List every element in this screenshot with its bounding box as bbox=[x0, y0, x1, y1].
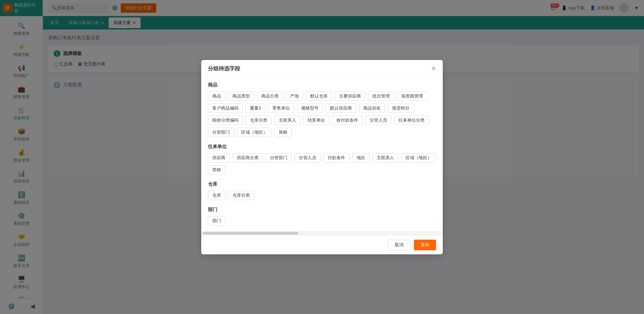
field-tag-0-19[interactable]: 收付款条件 bbox=[332, 116, 363, 125]
field-tag-0-7[interactable]: 保质期管理 bbox=[397, 91, 427, 101]
field-tags-0: 商品商品类型商品分类产地默认仓库主要供应商批次管理保质期管理客户商品编码重量3零… bbox=[208, 91, 436, 137]
field-tag-0-6[interactable]: 批次管理 bbox=[368, 91, 394, 101]
field-tag-2-0[interactable]: 仓库 bbox=[208, 191, 225, 200]
modal: 分组待选字段 ✕ 商品商品商品类型商品分类产地默认仓库主要供应商批次管理保质期管… bbox=[201, 60, 443, 254]
field-tag-1-6[interactable]: 主联系人 bbox=[372, 153, 398, 163]
field-tag-0-2[interactable]: 商品分类 bbox=[257, 91, 283, 101]
field-tags-3: 部门 bbox=[208, 216, 436, 226]
field-tag-0-20[interactable]: 分管人员 bbox=[365, 116, 391, 125]
field-tag-0-16[interactable]: 仓库分类 bbox=[246, 116, 272, 125]
field-tag-0-0[interactable]: 商品 bbox=[208, 91, 225, 101]
field-tag-0-8[interactable]: 客户商品编码 bbox=[208, 104, 243, 113]
modal-hscroll bbox=[201, 231, 443, 235]
cancel-button[interactable]: 取消 bbox=[388, 240, 411, 250]
section-3: 部门部门 bbox=[208, 207, 436, 226]
section-2: 仓库仓库仓库分类 bbox=[208, 181, 436, 200]
field-tag-1-1[interactable]: 供应商分类 bbox=[232, 153, 263, 163]
field-tag-0-21[interactable]: 往来单位分类 bbox=[394, 116, 429, 125]
field-tag-0-13[interactable]: 商品别名 bbox=[359, 104, 385, 113]
section-1: 往来单位供应商供应商分类分管部门分管人员付款条件地区主联系人区域（地区）简称 bbox=[208, 144, 436, 175]
field-tag-0-10[interactable]: 零售单位 bbox=[268, 104, 294, 113]
field-tag-1-8[interactable]: 简称 bbox=[208, 165, 225, 175]
modal-footer: 取消 查询 bbox=[201, 235, 443, 254]
confirm-button[interactable]: 查询 bbox=[414, 240, 436, 250]
field-tag-0-24[interactable]: 简称 bbox=[274, 128, 292, 137]
field-tag-1-2[interactable]: 分管部门 bbox=[266, 153, 292, 163]
modal-title: 分组待选字段 bbox=[208, 65, 240, 72]
field-tag-0-5[interactable]: 主要供应商 bbox=[335, 91, 365, 101]
field-tag-0-17[interactable]: 主联系人 bbox=[274, 116, 301, 125]
section-title-1: 往来单位 bbox=[208, 144, 436, 150]
field-tag-0-12[interactable]: 默认供应商 bbox=[326, 104, 356, 113]
field-tag-1-5[interactable]: 地区 bbox=[352, 153, 370, 163]
field-tag-1-4[interactable]: 付款条件 bbox=[323, 153, 350, 163]
field-tag-0-9[interactable]: 重量3 bbox=[246, 104, 265, 113]
field-tag-0-4[interactable]: 默认仓库 bbox=[306, 91, 332, 101]
field-tag-0-3[interactable]: 产地 bbox=[286, 91, 303, 101]
modal-overlay: 分组待选字段 ✕ 商品商品商品类型商品分类产地默认仓库主要供应商批次管理保质期管… bbox=[0, 0, 644, 314]
field-tags-2: 仓库仓库分类 bbox=[208, 191, 436, 200]
field-tag-0-14[interactable]: 拣货积分 bbox=[388, 104, 414, 113]
section-title-3: 部门 bbox=[208, 207, 436, 213]
field-tag-0-22[interactable]: 分管部门 bbox=[208, 128, 234, 137]
field-tag-1-3[interactable]: 分管人员 bbox=[294, 153, 321, 163]
hscroll-bar bbox=[203, 232, 298, 235]
modal-header: 分组待选字段 ✕ bbox=[201, 60, 443, 77]
field-tag-0-1[interactable]: 商品类型 bbox=[228, 91, 254, 101]
field-tag-1-0[interactable]: 供应商 bbox=[208, 153, 230, 163]
field-tag-2-1[interactable]: 仓库分类 bbox=[228, 191, 254, 200]
field-tag-1-7[interactable]: 区域（地区） bbox=[401, 153, 436, 163]
section-title-0: 商品 bbox=[208, 82, 436, 88]
modal-body: 商品商品商品类型商品分类产地默认仓库主要供应商批次管理保质期管理客户商品编码重量… bbox=[201, 77, 443, 232]
modal-close-button[interactable]: ✕ bbox=[431, 66, 436, 72]
section-0: 商品商品商品类型商品分类产地默认仓库主要供应商批次管理保质期管理客户商品编码重量… bbox=[208, 82, 436, 137]
field-tag-0-15[interactable]: 税收分类编码 bbox=[208, 116, 243, 125]
field-tag-0-11[interactable]: 规格型号 bbox=[297, 104, 323, 113]
section-title-2: 仓库 bbox=[208, 181, 436, 187]
field-tag-0-18[interactable]: 结算单位 bbox=[303, 116, 329, 125]
field-tag-0-23[interactable]: 区域（地区） bbox=[237, 128, 272, 137]
field-tags-1: 供应商供应商分类分管部门分管人员付款条件地区主联系人区域（地区）简称 bbox=[208, 153, 436, 175]
field-tag-3-0[interactable]: 部门 bbox=[208, 216, 225, 226]
